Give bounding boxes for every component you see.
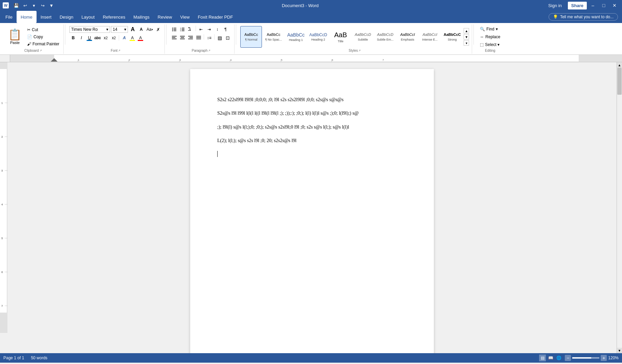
style-title[interactable]: AaB Title (330, 26, 351, 48)
align-left-button[interactable] (171, 34, 178, 42)
font-grow-button[interactable]: A (129, 26, 136, 33)
document-area[interactable]: S2s2 s22sl99l l9l9l ;0;0;0; ;0; l9l s2s … (7, 62, 617, 353)
style-emphasis[interactable]: AaBbCcI Emphasis (397, 26, 418, 48)
font-size-select[interactable]: 14 ▾ (111, 26, 128, 33)
cut-button[interactable]: ✂ Cut (26, 27, 61, 33)
svg-rect-3 (174, 29, 176, 30)
style-subtle-emphasis[interactable]: AaBbCcD Subtle Em... (374, 26, 396, 48)
undo-dropdown[interactable]: ▾ (30, 1, 38, 9)
paragraph-expand-icon[interactable]: ↗ (208, 49, 210, 52)
underline-button[interactable]: U (86, 34, 93, 42)
menu-insert[interactable]: Insert (37, 11, 56, 23)
select-button[interactable]: ⬚ Select ▾ (478, 41, 502, 48)
italic-button[interactable]: I (77, 34, 85, 42)
style-no-spacing[interactable]: AaBbCc ¶ No Spac... (263, 26, 284, 48)
svg-rect-25 (196, 36, 201, 37)
zoom-out-button[interactable]: − (565, 355, 571, 361)
borders-button[interactable]: ⊡ (224, 34, 231, 42)
bold-button[interactable]: B (69, 34, 77, 42)
cursor-line (217, 151, 407, 157)
line-spacing-button[interactable]: ↕≡ (205, 34, 213, 42)
restore-button[interactable]: □ (599, 1, 608, 10)
subscript-button[interactable]: x2 (102, 34, 109, 42)
text-effects-button[interactable]: A (120, 34, 128, 42)
undo-button[interactable]: ↩ (21, 1, 29, 9)
close-button[interactable]: ✕ (610, 1, 619, 10)
para-divider-1 (196, 26, 196, 31)
style-nospace-preview: AaBbCc (267, 32, 280, 37)
find-button[interactable]: 🔍 Find ▾ (478, 26, 499, 32)
multilevel-list-button[interactable] (187, 26, 194, 33)
customize-quick-access[interactable]: ▼ (47, 1, 55, 9)
read-mode-view[interactable]: 📖 (547, 355, 554, 361)
change-case-button[interactable]: Aa▾ (146, 26, 153, 33)
title-bar-left: W 💾 ↩ ▾ ↪ ▼ (3, 1, 55, 9)
increase-indent-button[interactable]: ⇥ (205, 26, 213, 33)
format-painter-button[interactable]: 🖌 Format Painter (26, 41, 61, 47)
font-divider (119, 35, 119, 41)
scroll-up-button[interactable]: ▲ (617, 62, 622, 68)
style-intense-emphasis[interactable]: AaBbCcI Intense E... (419, 26, 441, 48)
zoom-slider[interactable] (572, 357, 599, 359)
zoom-in-button[interactable]: + (601, 355, 607, 361)
print-layout-view[interactable]: ▤ (539, 355, 546, 361)
show-hide-button[interactable]: ¶ (222, 26, 229, 33)
bullets-button[interactable] (171, 26, 178, 33)
svg-text:7: 7 (382, 59, 384, 62)
menu-references[interactable]: References (99, 11, 129, 23)
shading-button[interactable]: ▨ (216, 34, 223, 42)
scroll-down-button[interactable]: ▼ (617, 348, 622, 353)
minimize-button[interactable]: – (588, 1, 598, 10)
menu-mailings[interactable]: Mailings (129, 11, 154, 23)
align-right-button[interactable] (187, 34, 194, 42)
redo-button[interactable]: ↪ (39, 1, 47, 9)
copy-button[interactable]: 📄 Copy (26, 34, 61, 40)
menu-view[interactable]: View (176, 11, 194, 23)
scroll-thumb[interactable] (617, 68, 622, 95)
svg-rect-1 (174, 28, 176, 28)
style-heading1[interactable]: AaBbCc Heading 1 (285, 26, 307, 48)
zoom-controls: − + 120% (565, 355, 619, 361)
menu-foxit[interactable]: Foxit Reader PDF (194, 11, 237, 23)
font-color-button[interactable]: A (137, 34, 144, 42)
style-heading2[interactable]: AaBbCcD Heading 2 (307, 26, 329, 48)
signin-button[interactable]: Sign in (545, 2, 565, 9)
save-button[interactable]: 💾 (12, 1, 20, 9)
sort-button[interactable]: ↕ (214, 26, 221, 33)
text-highlight-button[interactable]: A (129, 34, 136, 42)
tell-me-box[interactable]: 💡 Tell me what you want to do... (549, 13, 618, 21)
styles-scroll-up[interactable]: ▲ (464, 28, 469, 33)
svg-rect-7 (182, 28, 184, 28)
paste-button[interactable]: 📋 Paste (5, 26, 24, 48)
style-subtitle[interactable]: AaBbCcD Subtitle (352, 26, 374, 48)
menu-file[interactable]: File (1, 11, 17, 23)
decrease-indent-button[interactable]: ⇤ (197, 26, 205, 33)
numbering-button[interactable]: 1.2.3. (179, 26, 186, 33)
vertical-scrollbar[interactable]: ▲ ▼ (617, 62, 622, 353)
font-name-select[interactable]: Times New Ro ▾ (69, 26, 110, 33)
clear-format-button[interactable]: ✗ (154, 26, 162, 33)
share-button[interactable]: Share (568, 2, 587, 9)
styles-scroll: ▲ ▼ ▾ (464, 28, 469, 46)
align-center-button[interactable] (179, 34, 186, 42)
strikethrough-button[interactable]: abc (94, 34, 101, 42)
styles-expand[interactable]: ▾ (464, 40, 469, 46)
styles-expand-icon[interactable]: ↗ (358, 49, 361, 52)
justify-button[interactable] (195, 34, 202, 42)
menu-review[interactable]: Review (154, 11, 176, 23)
styles-scroll-down[interactable]: ▼ (464, 34, 469, 40)
svg-rect-26 (196, 37, 201, 38)
menu-home[interactable]: Home (17, 11, 37, 23)
document-content[interactable]: S2s2 s22sl99l l9l9l ;0;0;0; ;0; l9l s2s … (217, 96, 407, 157)
superscript-button[interactable]: x2 (110, 34, 117, 42)
web-layout-view[interactable]: 🌐 (555, 355, 562, 361)
menu-design[interactable]: Design (55, 11, 77, 23)
replace-button[interactable]: ↔ Replace (478, 33, 502, 40)
font-expand-icon[interactable]: ↗ (118, 49, 120, 52)
style-strong[interactable]: AaBbCcC Strong (441, 26, 463, 48)
clipboard-expand-icon[interactable]: ↗ (40, 49, 42, 52)
style-h2-name: Heading 2 (311, 38, 325, 41)
menu-layout[interactable]: Layout (77, 11, 99, 23)
font-shrink-button[interactable]: A (137, 26, 145, 33)
style-normal[interactable]: AaBbCc ¶ Normal (240, 26, 262, 48)
